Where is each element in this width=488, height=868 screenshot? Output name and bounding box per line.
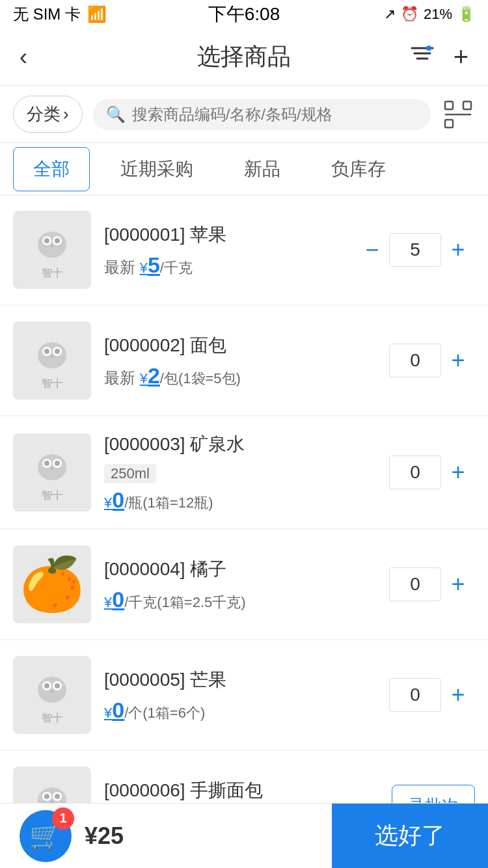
alarm-icon: ⏰ xyxy=(401,6,418,23)
tab-all[interactable]: 全部 xyxy=(13,147,90,191)
quantity-input[interactable] xyxy=(389,344,441,377)
filter-bar: 分类 › 🔍 xyxy=(0,86,488,143)
decrement-button[interactable]: − xyxy=(355,233,389,267)
status-bar: 无 SIM 卡 📶 下午6:08 ↗ ⏰ 21% 🔋 xyxy=(0,0,488,29)
battery-icon: 🔋 xyxy=(457,6,475,23)
product-info: [0000001] 苹果 最新 ¥5/千克 xyxy=(104,223,342,278)
owl-logo: 智十 xyxy=(29,220,75,280)
status-time: 下午6:08 xyxy=(208,2,280,27)
cart-total: ¥25 xyxy=(85,822,124,850)
svg-rect-4 xyxy=(445,102,453,109)
battery-label: 21% xyxy=(424,6,452,23)
increment-button[interactable]: + xyxy=(441,567,475,601)
carrier-label: 无 SIM 卡 xyxy=(13,4,81,25)
product-thumbnail: 智十 xyxy=(13,211,91,289)
category-button[interactable]: 分类 › xyxy=(13,96,83,133)
increment-button[interactable]: + xyxy=(441,678,475,712)
add-button[interactable]: + xyxy=(454,42,468,72)
product-info: [0000002] 面包 最新 ¥2/包(1袋=5包) xyxy=(104,333,376,388)
tab-recent[interactable]: 近期采购 xyxy=(100,147,213,191)
tab-negative[interactable]: 负库存 xyxy=(311,147,406,191)
svg-point-12 xyxy=(55,238,60,243)
search-icon: 🔍 xyxy=(106,105,126,124)
svg-rect-6 xyxy=(445,120,453,128)
product-thumbnail: 智十 xyxy=(13,321,91,400)
owl-logo: 智十 xyxy=(29,331,75,391)
page-title: 选择商品 xyxy=(197,41,291,73)
product-info: [0000004] 橘子 ¥0/千克(1箱=2.5千克) xyxy=(104,557,376,612)
quantity-input[interactable] xyxy=(389,233,441,267)
quantity-input[interactable] xyxy=(389,678,441,712)
cart-button[interactable]: 🛒 1 xyxy=(20,810,72,862)
owl-brand-text: 智十 xyxy=(42,712,62,726)
svg-point-3 xyxy=(426,46,431,51)
table-row: 智十 [0000002] 面包 最新 ¥2/包(1袋=5包) + xyxy=(0,306,488,415)
quantity-control: + xyxy=(389,455,475,489)
product-name: [0000006] 手撕面包 xyxy=(104,778,379,803)
category-chevron: › xyxy=(63,104,69,124)
product-thumbnail: 智十 xyxy=(13,433,91,511)
product-thumbnail: 🍊 xyxy=(13,545,91,623)
product-price: ¥0/瓶(1箱=12瓶) xyxy=(104,487,376,513)
confirm-button[interactable]: 选好了 xyxy=(332,804,488,869)
status-right: ↗ ⏰ 21% 🔋 xyxy=(384,6,475,23)
wifi-icon: 📶 xyxy=(87,5,107,23)
svg-point-17 xyxy=(44,349,49,354)
product-name: [0000001] 苹果 xyxy=(104,223,342,247)
product-list: 智十 [0000001] 苹果 最新 ¥5/千克 − + xyxy=(0,195,488,868)
quantity-control: − + xyxy=(355,233,475,267)
orange-image: 🍊 xyxy=(13,545,91,623)
svg-point-23 xyxy=(44,461,49,466)
product-name: [0000002] 面包 xyxy=(104,333,376,358)
svg-point-35 xyxy=(44,794,49,799)
search-box: 🔍 xyxy=(93,99,431,130)
increment-button[interactable]: + xyxy=(441,233,475,267)
svg-point-18 xyxy=(55,349,60,354)
category-label: 分类 xyxy=(27,103,61,126)
product-price: ¥0/个(1箱=6个) xyxy=(104,698,376,723)
table-row: 智十 [0000003] 矿泉水 250ml ¥0/瓶(1箱=12瓶) + xyxy=(0,416,488,528)
owl-logo: 智十 xyxy=(29,442,75,503)
tab-new[interactable]: 新品 xyxy=(224,147,301,191)
filter-icon[interactable] xyxy=(411,44,434,70)
status-left: 无 SIM 卡 📶 xyxy=(13,4,107,25)
scan-button[interactable] xyxy=(441,98,475,131)
nav-bar: ‹ 选择商品 + xyxy=(0,29,488,86)
scan-icon xyxy=(444,100,472,129)
increment-button[interactable]: + xyxy=(441,344,475,377)
bottom-bar: 🛒 1 ¥25 选好了 xyxy=(0,803,488,868)
quantity-control: + xyxy=(389,567,475,601)
owl-brand-text: 智十 xyxy=(42,267,62,280)
svg-point-11 xyxy=(44,238,49,243)
owl-brand-text: 智十 xyxy=(42,377,62,391)
product-price: ¥0/千克(1箱=2.5千克) xyxy=(104,587,376,612)
increment-button[interactable]: + xyxy=(441,455,475,489)
back-button[interactable]: ‹ xyxy=(20,44,27,71)
tab-bar: 全部 近期采购 新品 负库存 xyxy=(0,143,488,195)
product-spec: 250ml xyxy=(104,464,156,483)
svg-rect-5 xyxy=(463,102,471,109)
quantity-control: + xyxy=(389,344,475,377)
svg-point-29 xyxy=(44,683,49,688)
svg-point-24 xyxy=(55,461,60,466)
location-icon: ↗ xyxy=(384,6,396,23)
product-price: 最新 ¥5/千克 xyxy=(104,252,342,278)
product-name: [0000003] 矿泉水 xyxy=(104,432,376,457)
table-row: 智十 [0000005] 芒果 ¥0/个(1箱=6个) + xyxy=(0,640,488,750)
svg-point-36 xyxy=(55,794,60,799)
product-thumbnail: 智十 xyxy=(13,656,91,734)
svg-point-30 xyxy=(55,683,60,688)
table-row: 🍊 [0000004] 橘子 ¥0/千克(1箱=2.5千克) + xyxy=(0,530,488,639)
cart-badge: 1 xyxy=(52,807,74,830)
product-name: [0000005] 芒果 xyxy=(104,668,376,692)
product-price: 最新 ¥2/包(1袋=5包) xyxy=(104,363,376,388)
search-input[interactable] xyxy=(132,105,418,124)
quantity-input[interactable] xyxy=(389,567,441,601)
nav-right: + xyxy=(411,42,468,72)
quantity-input[interactable] xyxy=(389,455,441,489)
product-info: [0000005] 芒果 ¥0/个(1箱=6个) xyxy=(104,668,376,723)
cart-section: 🛒 1 ¥25 xyxy=(0,810,332,862)
owl-logo: 智十 xyxy=(29,665,75,726)
product-name: [0000004] 橘子 xyxy=(104,557,376,582)
table-row: 智十 [0000001] 苹果 最新 ¥5/千克 − + xyxy=(0,195,488,305)
